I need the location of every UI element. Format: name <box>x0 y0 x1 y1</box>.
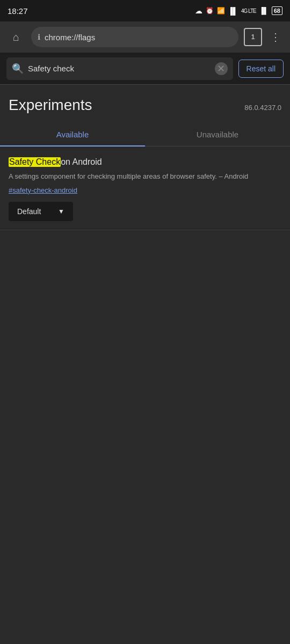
flag-title: Safety Check on Android <box>9 157 281 167</box>
browser-nav: ⌂ ℹ chrome://flags 1 ⋮ <box>0 21 290 53</box>
experiments-version: 86.0.4237.0 <box>244 104 281 114</box>
alarm-icon: ⏰ <box>206 7 214 14</box>
flag-dropdown-wrapper: Default Enabled Disabled ▼ <box>9 202 64 221</box>
vertical-dots-icon: ⋮ <box>270 31 281 43</box>
search-input[interactable] <box>28 64 211 73</box>
main-content: Experiments 86.0.4237.0 Available Unavai… <box>0 85 290 230</box>
reset-all-button[interactable]: Reset all <box>238 60 284 78</box>
tab-unavailable[interactable]: Unavailable <box>145 122 290 146</box>
menu-button[interactable]: ⋮ <box>267 29 284 45</box>
search-bar: 🔍 ✕ Reset all <box>0 53 290 85</box>
search-input-wrapper: 🔍 ✕ <box>6 57 233 80</box>
clear-search-button[interactable]: ✕ <box>215 62 228 75</box>
address-text: chrome://flags <box>45 33 95 42</box>
experiments-header: Experiments 86.0.4237.0 <box>0 85 290 122</box>
flag-link[interactable]: #safety-check-android <box>9 186 281 194</box>
flag-item-safety-check: Safety Check on Android A settings compo… <box>0 147 290 230</box>
address-bar[interactable]: ℹ chrome://flags <box>31 27 238 47</box>
tabs-row: Available Unavailable <box>0 122 290 147</box>
cloud-icon: ☁ <box>195 6 202 15</box>
wifi-icon: 📶 <box>217 7 225 14</box>
flag-dropdown[interactable]: Default Enabled Disabled <box>9 202 73 221</box>
home-button[interactable]: ⌂ <box>6 27 26 47</box>
status-bar: 18:27 ☁ ⏰ 📶 ▐▌ 4G LTE ▐▌ 68 <box>0 0 290 21</box>
close-icon: ✕ <box>217 63 225 75</box>
bars-icon: ▐▌ <box>259 7 269 14</box>
signal-icon: ▐▌ <box>228 7 238 15</box>
flag-title-rest: on Android <box>61 157 102 167</box>
flag-title-highlight: Safety Check <box>9 157 61 167</box>
status-icons: ☁ ⏰ 📶 ▐▌ 4G LTE ▐▌ 68 <box>195 6 282 15</box>
lte-icon: 4G LTE <box>241 8 256 14</box>
info-icon: ℹ <box>38 33 40 41</box>
search-icon: 🔍 <box>12 63 24 75</box>
tab-switcher-button[interactable]: 1 <box>244 28 262 46</box>
flag-description: A settings component for checking multip… <box>9 171 281 182</box>
battery-icon: 68 <box>272 6 282 15</box>
tab-count: 1 <box>251 33 255 41</box>
tab-available[interactable]: Available <box>0 122 145 147</box>
experiments-title: Experiments <box>9 97 92 114</box>
status-time: 18:27 <box>8 6 28 16</box>
home-icon: ⌂ <box>13 31 19 43</box>
